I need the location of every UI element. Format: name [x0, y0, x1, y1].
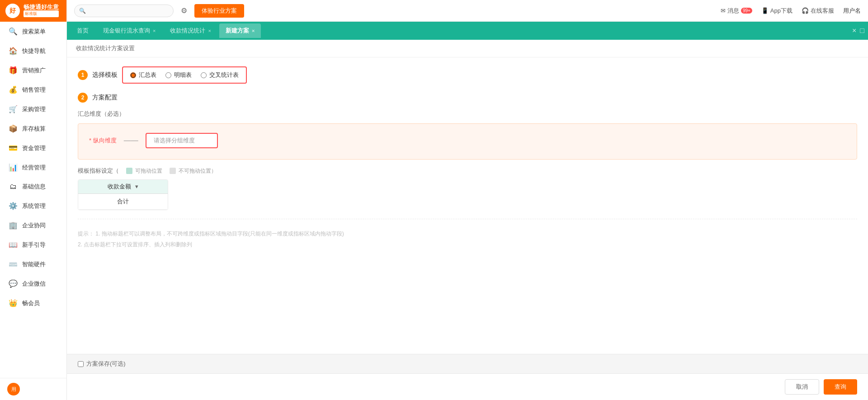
sidebar-bottom: 用 [0, 378, 66, 400]
hardware-icon: ⌨️ [9, 260, 18, 268]
radio-summary-label[interactable]: 汇总表 [139, 71, 156, 79]
sidebar-item-finance[interactable]: 💳 资金管理 [0, 138, 66, 158]
sidebar-item-system[interactable]: ⚙️ 系统管理 [0, 196, 66, 216]
app-download-label: App下载 [770, 7, 793, 15]
dimension-input[interactable]: 请选择分组维度 [146, 133, 218, 148]
drag-dot-icon [126, 168, 132, 174]
tab-close-new[interactable]: × [252, 28, 255, 33]
sidebar-item-label-member: 畅会员 [22, 299, 40, 307]
sidebar-item-search[interactable]: 🔍 搜索菜单 [0, 22, 66, 41]
sidebar-item-member[interactable]: 👑 畅会员 [0, 293, 66, 313]
breadcrumb: 收款情况统计方案设置 [76, 45, 135, 52]
tab-bank[interactable]: 现金银行流水查询× [97, 24, 162, 38]
search-icon: 🔍 [79, 8, 86, 14]
config-area: * 纵向维度 —— 请选择分组维度 [78, 123, 857, 160]
close-window-icon[interactable]: × [852, 27, 856, 35]
logo-text: 畅捷通好生意 [24, 4, 59, 11]
main: 🔍 ⚙ 体验行业方案 ✉ 消息 99+ 📱 App下载 🎧 在线客服 用户名 首… [67, 0, 868, 400]
template-select: 汇总表 明细表 交叉统计表 [122, 66, 247, 84]
radio-detail[interactable]: 明细表 [165, 71, 192, 79]
indicator-label-text: 模板指标设定（ [78, 167, 119, 175]
trial-button[interactable]: 体验行业方案 [194, 4, 244, 18]
content-area: 收款情况统计方案设置 1 选择模板 汇总表 明细表 [67, 40, 868, 373]
settings-icon[interactable]: ⚙ [181, 6, 187, 15]
sidebar-item-label-system: 系统管理 [22, 202, 46, 210]
logo-badge: 标准版 [24, 10, 59, 17]
sidebar-item-marketing[interactable]: 🎁 营销推广 [0, 61, 66, 80]
radio-summary[interactable]: 汇总表 [130, 71, 156, 79]
sidebar-item-guide[interactable]: 📖 新手引导 [0, 235, 66, 254]
radio-cross-label[interactable]: 交叉统计表 [209, 71, 239, 79]
dimension-group-label: 汇总维度（必选） [78, 110, 857, 118]
chevron-down-icon[interactable]: ▾ [135, 183, 138, 190]
sidebar-item-hardware[interactable]: ⌨️ 智能硬件 [0, 254, 66, 274]
tips-label: 提示： [78, 231, 94, 237]
operation-icon: 📊 [9, 163, 18, 172]
message-badge: 99+ [741, 8, 752, 14]
sidebar-item-basic[interactable]: 🗂 基础信息 [0, 177, 66, 196]
sidebar-item-label-enterprise: 企业协同 [22, 221, 46, 230]
username: 用户名 [843, 7, 861, 15]
search-box[interactable]: 🔍 [74, 5, 174, 17]
sidebar-item-nav[interactable]: 🏠 快捷导航 [0, 41, 66, 61]
save-checkbox-text: 方案保存(可选) [86, 360, 126, 368]
sidebar-item-label-nav: 快捷导航 [22, 47, 46, 55]
radio-cross[interactable]: 交叉统计表 [201, 71, 239, 79]
query-button[interactable]: 查询 [824, 379, 857, 395]
tips-section: 提示： 1. 拖动标题栏可以调整布局，不可跨维度或指标区域拖动目字段(只能在同一… [78, 228, 857, 250]
config-section: 汇总维度（必选） * 纵向维度 —— 请选择分组维度 模板指标设定（ [78, 110, 857, 250]
sidebar-item-label-operation: 经营管理 [22, 164, 46, 172]
save-checkbox[interactable] [78, 361, 84, 367]
tab-close-receipt[interactable]: × [208, 28, 211, 33]
guide-icon: 📖 [9, 240, 18, 249]
message-item[interactable]: ✉ 消息 99+ [721, 7, 752, 15]
step2-section: 2 方案配置 汇总维度（必选） * 纵向维度 —— 请选择分组维度 [78, 93, 857, 250]
tips-title: 提示： 1. 拖动标题栏可以调整布局，不可跨维度或指标区域拖动目字段(只能在同一… [78, 228, 857, 239]
sidebar-item-enterprise[interactable]: 🏢 企业协同 [0, 216, 66, 235]
radio-detail-input[interactable] [165, 72, 171, 78]
tab-label-receipt: 收款情况统计 [170, 27, 205, 35]
enterprise-icon: 🏢 [9, 221, 18, 230]
tabs-end: × □ [852, 27, 864, 35]
indicator-table-header[interactable]: 收款金额 ▾ [78, 180, 168, 194]
app-download-item[interactable]: 📱 App下载 [761, 7, 793, 15]
tab-label-new: 新建方案 [226, 27, 249, 35]
sidebar-item-label-basic: 基础信息 [22, 183, 46, 191]
legend-no-drag-label: 不可拖动位置） [179, 167, 217, 175]
online-service-label: 在线客服 [811, 7, 834, 15]
sidebar-item-label-hardware: 智能硬件 [22, 260, 46, 268]
row-label: * 纵向维度 [89, 136, 117, 145]
sidebar-item-label-wechat: 企业微信 [22, 280, 46, 288]
tab-label-home: 首页 [77, 27, 89, 35]
radio-summary-input[interactable] [130, 72, 136, 78]
sidebar-item-label-guide: 新手引导 [22, 241, 46, 249]
sidebar-item-operation[interactable]: 📊 经营管理 [0, 158, 66, 177]
search-input[interactable] [89, 8, 156, 14]
warehouse-icon: 📦 [9, 124, 18, 133]
radio-detail-label[interactable]: 明细表 [174, 71, 192, 79]
sidebar-item-label-sales: 销售管理 [22, 86, 46, 94]
sidebar-item-label-purchase: 采购管理 [22, 105, 46, 113]
sidebar-item-purchase[interactable]: 🛒 采购管理 [0, 99, 66, 119]
tab-receipt[interactable]: 收款情况统计× [164, 24, 217, 38]
finance-icon: 💳 [9, 144, 18, 152]
sidebar-logo: 好 畅捷通好生意 标准版 [0, 0, 66, 22]
maximize-window-icon[interactable]: □ [860, 27, 864, 35]
action-bar: 取消 查询 [67, 373, 868, 400]
tip2-row: 2. 点击标题栏下拉可设置排序、插入列和删除列 [78, 239, 857, 250]
save-checkbox-label[interactable]: 方案保存(可选) [78, 360, 126, 368]
topbar-right: ✉ 消息 99+ 📱 App下载 🎧 在线客服 用户名 [721, 7, 861, 15]
sidebar-item-warehouse[interactable]: 📦 库存核算 [0, 119, 66, 138]
cancel-button[interactable]: 取消 [785, 379, 819, 395]
sidebar-item-sales[interactable]: 💰 销售管理 [0, 80, 66, 99]
radio-cross-input[interactable] [201, 72, 207, 78]
sidebar-item-label-search: 搜索菜单 [22, 28, 46, 36]
sidebar-item-wechat[interactable]: 💬 企业微信 [0, 274, 66, 293]
marketing-icon: 🎁 [9, 66, 18, 75]
tab-new[interactable]: 新建方案× [219, 24, 261, 38]
online-service-item[interactable]: 🎧 在线客服 [802, 7, 834, 15]
topbar: 🔍 ⚙ 体验行业方案 ✉ 消息 99+ 📱 App下载 🎧 在线客服 用户名 [67, 0, 868, 22]
tab-close-bank[interactable]: × [153, 28, 156, 33]
no-drag-dot-icon [170, 168, 176, 174]
tab-home[interactable]: 首页 [71, 24, 95, 38]
